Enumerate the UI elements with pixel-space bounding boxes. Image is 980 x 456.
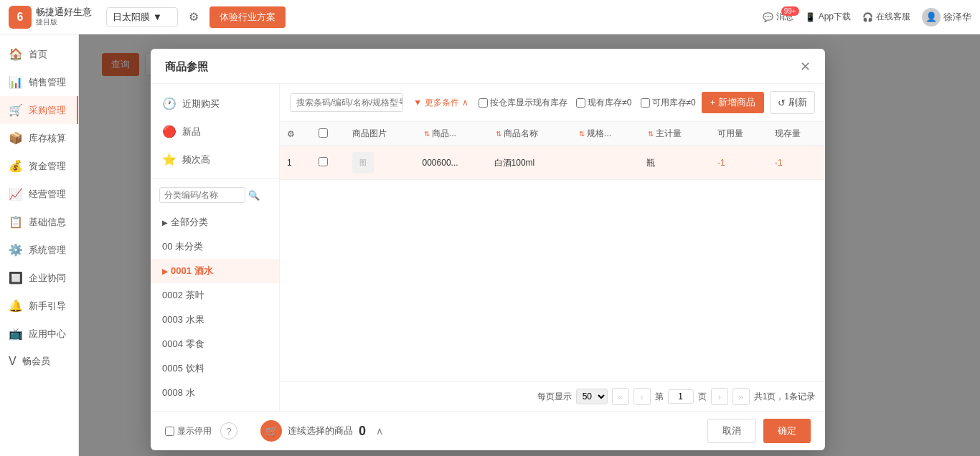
select-all-checkbox[interactable] bbox=[319, 128, 328, 138]
customer-service-btn[interactable]: 🎧 在线客服 bbox=[862, 11, 910, 23]
checkbox-warehouse[interactable]: 按仓库显示现有库存 bbox=[479, 97, 567, 109]
logo-sub: 捷目版 bbox=[36, 17, 92, 27]
row-select-checkbox[interactable] bbox=[319, 157, 328, 166]
row-checkbox[interactable] bbox=[311, 146, 345, 180]
col-settings[interactable]: ⚙ bbox=[280, 122, 311, 146]
checkbox-warehouse-input[interactable] bbox=[479, 98, 488, 108]
col-image-label: 商品图片 bbox=[352, 128, 387, 138]
tab-high-frequency[interactable]: ⭐ 频次高 bbox=[151, 146, 279, 174]
sidebar-label-inventory: 库存核算 bbox=[29, 132, 66, 145]
appcenter-icon: 📺 bbox=[9, 327, 23, 341]
tab-new-label: 新品 bbox=[182, 125, 201, 138]
row-spec bbox=[570, 146, 639, 180]
checkbox-available-nonzero[interactable]: 可用库存≠0 bbox=[641, 97, 696, 109]
tab-recent-label: 近期购买 bbox=[182, 98, 220, 110]
checkbox-stock-label: 现有库存≠0 bbox=[588, 97, 631, 109]
page-input[interactable] bbox=[668, 389, 694, 404]
filter-icon: ▼ bbox=[413, 98, 422, 108]
sidebar-item-business[interactable]: 📈 经营管理 bbox=[0, 180, 78, 208]
settings-icon[interactable]: ⚙ bbox=[184, 7, 204, 27]
cancel-btn[interactable]: 取消 bbox=[707, 419, 756, 443]
tab-recent-purchase[interactable]: 🕐 近期购买 bbox=[151, 90, 279, 118]
sidebar-item-guide[interactable]: 🔔 新手引导 bbox=[0, 292, 78, 320]
sidebar-item-purchase[interactable]: 🛒 采购管理 bbox=[0, 96, 78, 124]
logo: 6 畅捷通好生意 捷目版 bbox=[9, 6, 92, 29]
messages-btn[interactable]: 💬 消息 99+ bbox=[763, 11, 793, 23]
cat-item-0003[interactable]: 0003 水果 bbox=[151, 308, 279, 332]
help-icon[interactable]: ? bbox=[220, 422, 237, 440]
row-num: 1 bbox=[280, 146, 311, 180]
show-disabled-input[interactable] bbox=[165, 427, 174, 436]
modal-close-icon[interactable]: ✕ bbox=[800, 59, 811, 75]
col-spec[interactable]: ⇅ 规格... bbox=[570, 122, 639, 146]
sidebar-item-sales[interactable]: 📊 销售管理 bbox=[0, 68, 78, 96]
col-unit[interactable]: ⇅ 主计量 bbox=[639, 122, 710, 146]
col-name[interactable]: ⇅ 商品名称 bbox=[487, 122, 570, 146]
tab-new-products[interactable]: 🔴 新品 bbox=[151, 118, 279, 146]
cat-item-00[interactable]: 00 未分类 bbox=[151, 234, 279, 259]
sidebar-item-home[interactable]: 🏠 首页 bbox=[0, 40, 78, 68]
last-page-btn[interactable]: » bbox=[732, 388, 750, 405]
message-badge: 99+ bbox=[781, 6, 799, 16]
store-selector[interactable]: 日太阳膜 ▼ bbox=[106, 7, 178, 27]
product-code-value: 000600... bbox=[423, 158, 458, 168]
product-search-input[interactable] bbox=[291, 94, 403, 111]
category-search-input[interactable] bbox=[159, 187, 245, 203]
refresh-label: 刷新 bbox=[788, 96, 807, 109]
message-icon: 💬 bbox=[763, 12, 773, 22]
sidebar-item-appcenter[interactable]: 📺 应用中心 bbox=[0, 320, 78, 348]
cat-item-0001[interactable]: ▶ 0001 酒水 bbox=[151, 259, 279, 283]
sort-icon-name: ⇅ bbox=[496, 130, 501, 138]
per-page-select[interactable]: 50 bbox=[576, 389, 608, 404]
cat-item-0005[interactable]: 0005 饮料 bbox=[151, 356, 279, 381]
business-icon: 📈 bbox=[9, 187, 23, 201]
refresh-btn[interactable]: ↺ 刷新 bbox=[770, 91, 815, 114]
confirm-btn[interactable]: 确定 bbox=[763, 419, 811, 443]
category-search-icon[interactable]: 🔍 bbox=[248, 190, 260, 201]
table-header: ⚙ 商品图片 ⇅ 商品... bbox=[280, 122, 825, 146]
per-page-label: 每页显示 bbox=[537, 391, 572, 403]
sort-icon-spec: ⇅ bbox=[579, 130, 585, 138]
sidebar-item-inventory[interactable]: 📦 库存核算 bbox=[0, 124, 78, 152]
checkbox-available-input[interactable] bbox=[641, 98, 650, 108]
refresh-icon: ↺ bbox=[778, 98, 786, 108]
app-download-btn[interactable]: 📱 App下载 bbox=[805, 11, 851, 23]
show-disabled-checkbox[interactable]: 显示停用 bbox=[165, 425, 212, 437]
col-code[interactable]: ⇅ 商品... bbox=[415, 122, 487, 146]
product-reference-modal: 商品参照 ✕ 🕐 近期购买 🔴 新品 bbox=[151, 49, 825, 450]
sidebar-item-member[interactable]: V 畅会员 bbox=[0, 348, 78, 375]
cat-item-all[interactable]: ▶ 全部分类 bbox=[151, 210, 279, 234]
sidebar-item-finance[interactable]: 💰 资金管理 bbox=[0, 152, 78, 180]
cat-item-0008[interactable]: 0008 水 bbox=[151, 381, 279, 405]
main-content: 查询 设置 刷新 商品参照 ✕ 🕐 近期购买 bbox=[79, 34, 980, 456]
prev-page-btn[interactable]: ‹ bbox=[633, 388, 651, 405]
more-filter-btn[interactable]: ▼ 更多条件 ∧ bbox=[409, 94, 473, 112]
col-available-label: 可用量 bbox=[717, 128, 743, 138]
sidebar-item-collab[interactable]: 🔲 企业协同 bbox=[0, 264, 78, 292]
col-checkbox[interactable] bbox=[311, 122, 345, 146]
new-icon: 🔴 bbox=[162, 125, 176, 138]
user-menu[interactable]: 👤 徐泽华 bbox=[922, 8, 971, 27]
next-page-btn[interactable]: › bbox=[711, 388, 728, 405]
modal-left-panel: 🕐 近期购买 🔴 新品 ⭐ 频次高 bbox=[151, 84, 280, 411]
sidebar-item-basicinfo[interactable]: 📋 基础信息 bbox=[0, 208, 78, 236]
sidebar-item-system[interactable]: ⚙️ 系统管理 bbox=[0, 236, 78, 264]
category-list: ▶ 全部分类 00 未分类 ▶ 0001 酒水 0002 茶叶 bbox=[151, 207, 279, 405]
fold-btn[interactable]: ∧ bbox=[376, 425, 383, 437]
tab-freq-label: 频次高 bbox=[182, 153, 210, 166]
home-icon: 🏠 bbox=[9, 47, 23, 61]
cat-item-0004[interactable]: 0004 零食 bbox=[151, 332, 279, 356]
sidebar-label-collab: 企业协同 bbox=[29, 272, 66, 285]
checkbox-stock-input[interactable] bbox=[576, 98, 585, 108]
chevron-down-icon: ▼ bbox=[153, 11, 162, 22]
checkbox-stock-nonzero[interactable]: 现有库存≠0 bbox=[576, 97, 631, 109]
add-product-btn[interactable]: + 新增商品 bbox=[702, 92, 764, 113]
page-prefix: 第 bbox=[655, 391, 664, 403]
first-page-btn[interactable]: « bbox=[612, 388, 629, 405]
cat-item-0002[interactable]: 0002 茶叶 bbox=[151, 283, 279, 308]
experience-btn[interactable]: 体验行业方案 bbox=[209, 6, 286, 28]
product-search-bar: 🔍 bbox=[290, 93, 403, 112]
user-name: 徐泽华 bbox=[943, 11, 971, 24]
cat-0008-label: 0008 水 bbox=[162, 386, 195, 399]
table-row[interactable]: 1 图 000600... 白酒100ml bbox=[280, 146, 825, 180]
